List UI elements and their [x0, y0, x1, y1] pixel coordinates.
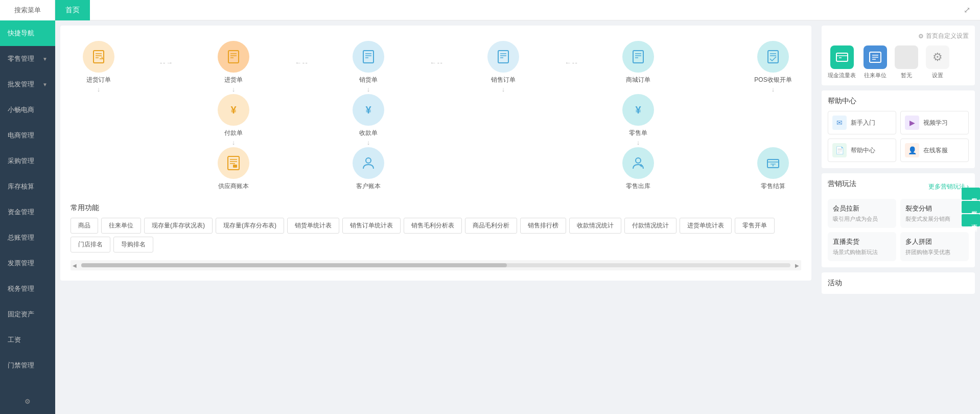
member-sub: 吸引用户成为会员 [833, 215, 891, 223]
sidebar-item-label: 库存核算 [8, 182, 34, 191]
content-area: 进货订单 - - → 进货单 ← - - [55, 20, 980, 414]
search-menu-button[interactable]: 搜索菜单 [0, 0, 55, 20]
flow-node-sales-order[interactable]: 销售订单 [475, 41, 531, 84]
tab-home[interactable]: 首页 [55, 0, 90, 20]
flow-node-pos[interactable]: POS收银开单 [745, 41, 801, 84]
chevron-down-icon: ▼ [42, 82, 48, 87]
func-btn-sales-order-stat[interactable]: 销售订单统计表 [342, 218, 401, 234]
sidebar-item-purchase[interactable]: 采购管理 [0, 148, 55, 174]
func-btn-contacts[interactable]: 往来单位 [101, 218, 141, 234]
scroll-track [81, 263, 790, 267]
help-item-beginner[interactable]: ✉ 新手入门 [828, 111, 896, 134]
flow-node-retail-out[interactable]: 零售出库 [610, 147, 666, 191]
func-btn-stock-dist[interactable]: 现存量(库存分布表) [216, 218, 284, 234]
sidebar-item-ecommerce[interactable]: 电商管理 [0, 123, 55, 148]
quick-icon-settings[interactable]: ⚙ 设置 [926, 45, 949, 79]
video-label: 视频学习 [923, 119, 948, 127]
func-btn-sales-rank[interactable]: 销售排行榜 [520, 218, 566, 234]
svg-rect-20 [768, 51, 778, 63]
flow-node-supplier[interactable]: 供应商账本 [205, 147, 262, 191]
arrow-down-7: ↓ [340, 139, 396, 146]
sidebar-item-quicknav[interactable]: 快捷导航 [0, 20, 55, 46]
svg-point-29 [636, 158, 641, 163]
scroll-right-arrow[interactable]: ▶ [793, 261, 801, 269]
flow-node-customer[interactable]: 客户账本 [340, 147, 396, 191]
settings-button[interactable]: ⚙ [0, 388, 55, 414]
scroll-left-arrow[interactable]: ◀ [71, 261, 79, 269]
retail-icon: ¥ [622, 94, 654, 126]
func-btn-purchase-stat[interactable]: 进货单统计表 [680, 218, 732, 234]
sidebar: 快捷导航 零售管理 ▼ 批发管理 ▼ 小畅电商 电商管理 采购管理 库存核算 资… [0, 20, 55, 414]
fullscreen-button[interactable]: ⤢ [959, 2, 975, 18]
retail-settle-icon: ¥ [757, 147, 789, 179]
float-btn-service[interactable]: 客服热线 [962, 188, 980, 200]
help-item-video[interactable]: ▶ 视频学习 [900, 111, 969, 134]
func-btn-receipt-stat[interactable]: 收款情况统计 [569, 218, 621, 234]
help-item-help[interactable]: 📄 帮助中心 [828, 139, 896, 162]
flow-node-retail-settle[interactable]: ¥ 零售结算 [745, 147, 801, 191]
customize-button[interactable]: ⚙ 首页自定义设置 [918, 32, 969, 40]
svg-rect-12 [498, 51, 508, 63]
flow-node-payment[interactable]: ¥ 付款单 [205, 94, 262, 137]
func-btn-guide-rank[interactable]: 导购排名 [113, 237, 153, 252]
retail-settle-label: 零售结算 [761, 182, 785, 191]
scrollbar[interactable]: ◀ ▶ [71, 260, 801, 270]
marketing-item-live[interactable]: 直播卖货 场景式购物新玩法 [828, 232, 896, 261]
cashflow-icon [830, 45, 854, 69]
arrow-down-3: ↓ [340, 85, 396, 93]
sidebar-item-assets[interactable]: 固定资产 [0, 302, 55, 327]
func-btn-payment-stat[interactable]: 付款情况统计 [624, 218, 676, 234]
sidebar-item-label: 电商管理 [8, 131, 34, 140]
func-btn-stock-status[interactable]: 现存量(库存状况表) [144, 218, 213, 234]
sidebar-item-invoice[interactable]: 发票管理 [0, 250, 55, 276]
sidebar-bottom: ⚙ [0, 388, 55, 414]
topbar-right: ⤢ [959, 2, 980, 18]
mall-order-icon [622, 41, 654, 73]
sidebar-item-ledger[interactable]: 总账管理 [0, 225, 55, 250]
func-btn-store-rank[interactable]: 门店排名 [71, 237, 110, 252]
sidebar-item-access[interactable]: 门禁管理 [0, 353, 55, 378]
marketing-item-fission[interactable]: 裂变分销 裂变式发展分销商 [900, 199, 969, 228]
contacts-icon [864, 45, 887, 69]
member-title: 会员拉新 [833, 204, 891, 213]
sales-label: 销货单 [359, 76, 378, 84]
func-btn-product-profit[interactable]: 商品毛利分析 [465, 218, 517, 234]
quick-icon-cashflow[interactable]: 现金流量表 [828, 45, 856, 79]
sidebar-item-tax[interactable]: 税务管理 [0, 276, 55, 302]
flow-node-mall-order[interactable]: 商城订单 [610, 41, 666, 84]
quick-icon-contacts[interactable]: 往来单位 [864, 45, 887, 79]
sidebar-item-ecommerce-small[interactable]: 小畅电商 [0, 97, 55, 123]
float-btn-desktop[interactable]: 桌面快捷 [962, 214, 980, 226]
sidebar-item-retail[interactable]: 零售管理 ▼ [0, 46, 55, 72]
conn-2: ← - - [262, 59, 340, 66]
flow-node-purchase-order[interactable]: 进货订单 [71, 41, 127, 84]
purchase-icon [218, 41, 249, 73]
quick-icon-empty[interactable]: 暂无 [895, 45, 918, 79]
receipt-icon: ¥ [353, 94, 384, 126]
float-btn-community[interactable]: 服务社区 [962, 201, 980, 213]
sidebar-item-label: 固定资产 [8, 310, 34, 319]
arrow-down-5: ↓ [745, 85, 801, 93]
arrow-down-6: ↓ [205, 139, 262, 146]
flow-node-receipt[interactable]: ¥ 收款单 [340, 94, 396, 137]
customer-icon [353, 147, 384, 179]
flow-node-purchase[interactable]: 进货单 [205, 41, 262, 84]
activities-card: 活动 [822, 272, 975, 294]
flow-node-retail[interactable]: ¥ 零售单 [610, 94, 666, 137]
retail-out-label: 零售出库 [626, 182, 650, 191]
sidebar-item-salary[interactable]: 工资 [0, 327, 55, 353]
quick-access-header: ⚙ 首页自定义设置 [828, 32, 969, 40]
sidebar-item-inventory[interactable]: 库存核算 [0, 174, 55, 199]
func-btn-retail-order[interactable]: 零售开单 [735, 218, 775, 234]
marketing-item-member[interactable]: 会员拉新 吸引用户成为会员 [828, 199, 896, 228]
sidebar-item-finance[interactable]: 资金管理 [0, 199, 55, 225]
marketing-item-group[interactable]: 多人拼团 拼团购物享受优惠 [900, 232, 969, 261]
func-btn-sales-profit[interactable]: 销售毛利分析表 [404, 218, 462, 234]
func-btn-product[interactable]: 商品 [71, 218, 98, 234]
sidebar-item-wholesale[interactable]: 批发管理 ▼ [0, 72, 55, 97]
sidebar-item-label: 采购管理 [8, 156, 34, 166]
chevron-down-icon: ▼ [42, 56, 48, 62]
func-btn-sales-stat[interactable]: 销货单统计表 [287, 218, 339, 234]
flow-node-sales[interactable]: 销货单 [340, 41, 396, 84]
help-item-service[interactable]: 👤 在线客服 [900, 139, 969, 162]
